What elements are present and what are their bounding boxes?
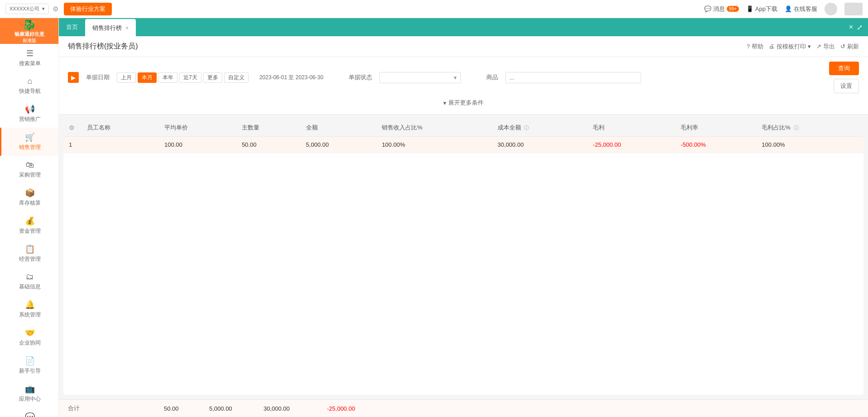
col-cost: 成本全额 ⓘ xyxy=(492,119,588,137)
message-button[interactable]: 💬 消息 99+ xyxy=(704,5,739,13)
sidebar-item-enterprise[interactable]: 🤝 企业协同 xyxy=(0,323,58,351)
date-btn-this-month[interactable]: 本月 xyxy=(138,72,157,83)
expand-more-btn[interactable]: ▾ 展开更多条件 xyxy=(443,99,484,107)
expand-label: 展开更多条件 xyxy=(448,99,484,107)
goods-label: 商品 xyxy=(486,73,498,81)
tab-close-icon[interactable]: × xyxy=(125,25,129,31)
basic-info-icon: 🗂 xyxy=(26,272,34,282)
filter-area: ▶ 单据日期 上月 本月 本年 近7天 更多 自定义 2023-06-01 至 … xyxy=(59,57,868,115)
sidebar-item-label: 基础信息 xyxy=(19,283,41,291)
cell-name xyxy=(82,137,159,153)
sidebar-item-operation[interactable]: 📋 经营管理 xyxy=(0,240,58,268)
col-gross-pct: 毛利占比% ⓘ xyxy=(756,119,863,137)
date-btn-more[interactable]: 更多 xyxy=(203,72,222,83)
export-button[interactable]: ↗ 导出 xyxy=(816,43,835,51)
app-download-button[interactable]: 📱 App下载 xyxy=(746,5,777,13)
company-select[interactable]: XXXXXX公司 ▾ xyxy=(5,4,49,14)
online-service-button[interactable]: 👤 在线客服 xyxy=(785,5,817,13)
gear-icon[interactable]: ⚙ xyxy=(53,5,58,13)
refresh-button[interactable]: ↺ 刷新 xyxy=(840,43,859,51)
sidebar-item-label: 新手引导 xyxy=(19,367,41,375)
logo-area: 🐉 畅康通好生意 标准版 xyxy=(0,18,58,44)
refresh-icon: ↺ xyxy=(840,43,845,50)
sidebar-item-app-center[interactable]: 📺 应用中心 xyxy=(0,379,58,407)
logo-sub: 标准版 xyxy=(23,38,36,44)
date-label: 单据日期 xyxy=(86,73,110,81)
marketing-icon: 📢 xyxy=(25,104,35,114)
col-settings-icon[interactable]: ⚙ xyxy=(69,124,75,131)
footer-label: 合计 xyxy=(68,404,158,412)
print-label: 按模板打印 xyxy=(777,43,806,51)
operation-icon: 📋 xyxy=(25,244,35,254)
sidebar-item-label: 采购管理 xyxy=(19,171,41,179)
home-icon: ⌂ xyxy=(28,77,33,86)
enterprise-icon: 🤝 xyxy=(25,328,35,338)
top-right: 💬 消息 99+ 📱 App下载 👤 在线客服 xyxy=(704,3,863,15)
message-label: 消息 xyxy=(713,5,725,13)
filter-right-btns: 查询 设置 xyxy=(829,62,859,93)
sidebar-item-basic-info[interactable]: 🗂 基础信息 xyxy=(0,268,58,295)
table-footer: 合计 50.00 5,000.00 30,000.00 -25,000.00 xyxy=(59,399,868,417)
cell-gross-rate: -500.00% xyxy=(675,137,756,153)
status-select[interactable]: ▾ xyxy=(379,72,461,83)
avatar[interactable] xyxy=(825,3,837,15)
query-button[interactable]: 查询 xyxy=(829,62,859,75)
sidebar-item-label: 资金管理 xyxy=(19,227,41,235)
sidebar-item-label: 企业协同 xyxy=(19,339,41,347)
sidebar-item-purchase[interactable]: 🛍 采购管理 xyxy=(0,156,58,183)
footer-amount: 5,000.00 xyxy=(204,405,258,412)
set-button[interactable]: 设置 xyxy=(834,79,859,93)
expand-row: ▾ 展开更多条件 xyxy=(68,93,859,110)
app-download-label: App下载 xyxy=(755,5,777,13)
purchase-icon: 🛍 xyxy=(26,160,34,170)
top-bar: XXXXXX公司 ▾ ⚙ 体验行业方案 💬 消息 99+ 📱 App下载 👤 在… xyxy=(0,0,868,18)
app-center-icon: 📺 xyxy=(25,384,35,394)
sidebar-item-quick-nav[interactable]: ⌂ 快捷导航 xyxy=(0,72,58,100)
goods-input[interactable]: ... xyxy=(505,72,641,83)
date-btn-custom[interactable]: 自定义 xyxy=(224,72,249,83)
print-button[interactable]: 🖨 按模板打印 ▾ xyxy=(769,43,811,51)
trial-button[interactable]: 体验行业方案 xyxy=(64,3,112,15)
sidebar-item-system[interactable]: 🔔 系统管理 xyxy=(0,295,58,323)
cell-amount: 5,000.00 xyxy=(301,137,377,153)
help-button[interactable]: ? 帮助 xyxy=(747,43,763,51)
app-icon: 📱 xyxy=(746,5,753,12)
export-icon: ↗ xyxy=(816,43,821,50)
tab-close-all-icon[interactable]: × xyxy=(849,23,853,31)
col-gross: 毛利 xyxy=(587,119,675,137)
filter-collapse-btn[interactable]: ▶ xyxy=(68,72,79,83)
user-name-area[interactable] xyxy=(844,3,863,15)
date-btn-this-year[interactable]: 本年 xyxy=(158,72,177,83)
sidebar-item-sales[interactable]: 🛒 销售管理 xyxy=(0,128,58,156)
cell-rank: 1 xyxy=(63,137,82,153)
date-btn-last-month[interactable]: 上月 xyxy=(117,72,136,83)
col-quantity: 主数量 xyxy=(236,119,301,137)
sidebar-item-wechat[interactable]: 💬 企业微信 xyxy=(0,407,58,417)
finance-icon: 💰 xyxy=(25,216,35,226)
sidebar-item-label: 系统管理 xyxy=(19,311,41,319)
sidebar-item-inventory[interactable]: 📦 库存核算 xyxy=(0,183,58,211)
sidebar-item-label: 经营管理 xyxy=(19,255,41,263)
col-amount: 全额 xyxy=(301,119,377,137)
export-label: 导出 xyxy=(823,43,835,51)
tab-sales-ranking[interactable]: 销售排行榜 × xyxy=(85,19,136,37)
table-wrap: ⚙ 员工名称 平均单价 主数量 全额 销售收入占比% 成本全额 ⓘ 毛利 毛利率… xyxy=(63,119,863,395)
date-btn-7days[interactable]: 近7天 xyxy=(179,72,201,83)
sidebar-item-finance[interactable]: 💰 资金管理 xyxy=(0,211,58,240)
guide-icon: 📄 xyxy=(25,356,35,366)
tab-home[interactable]: 首页 xyxy=(59,18,85,36)
sidebar-item-marketing[interactable]: 📢 营销推广 xyxy=(0,100,58,128)
tab-bar-right: × ⤢ xyxy=(849,23,868,32)
online-service-label: 在线客服 xyxy=(794,5,817,13)
sidebar-item-label: 库存核算 xyxy=(19,199,41,207)
sidebar-item-guide[interactable]: 📄 新手引导 xyxy=(0,351,58,379)
wechat-icon: 💬 xyxy=(25,412,35,417)
cell-quantity: 50.00 xyxy=(236,137,301,153)
tab-expand-icon[interactable]: ⤢ xyxy=(857,23,863,32)
date-btn-group: 上月 本月 本年 近7天 更多 自定义 xyxy=(117,72,249,83)
tab-bar: 首页 销售排行榜 × × ⤢ xyxy=(59,18,868,36)
search-menu-icon: ☰ xyxy=(26,48,34,58)
help-icon: ? xyxy=(747,43,750,50)
sidebar-item-search-menu[interactable]: ☰ 搜索菜单 xyxy=(0,44,58,72)
service-icon: 👤 xyxy=(785,5,792,12)
